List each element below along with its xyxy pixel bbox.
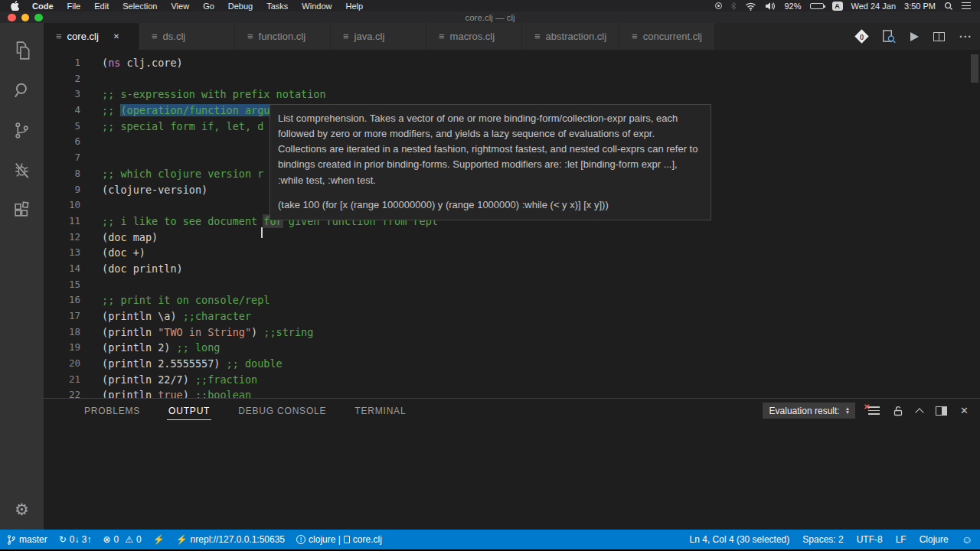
editor-tab-bar: ≡core.clj✕≡ds.clj≡function.clj≡java.clj≡…: [44, 23, 980, 50]
encoding-indicator[interactable]: UTF-8: [857, 534, 883, 545]
more-actions-icon[interactable]: ···: [959, 31, 972, 43]
bluetooth-icon[interactable]: [730, 2, 737, 11]
code-line-20[interactable]: 20(println 2.5555557) ;; double: [44, 356, 980, 372]
code-line-1[interactable]: 1(ns clj.core): [44, 55, 980, 71]
line-number: 7: [44, 150, 80, 166]
run-icon[interactable]: [910, 32, 919, 41]
search-icon[interactable]: [0, 70, 44, 110]
panel-tab-terminal[interactable]: TERMINAL: [353, 401, 407, 420]
nrepl-indicator[interactable]: ⚡ nrepl://127.0.0.1:50635: [176, 534, 285, 545]
close-tab-icon[interactable]: ✕: [113, 32, 119, 41]
close-window-button[interactable]: [8, 14, 16, 22]
menu-item-view[interactable]: View: [164, 2, 196, 11]
panel-tab-debug-console[interactable]: DEBUG CONSOLE: [237, 401, 328, 420]
code-line-22[interactable]: 22(println true) ;;boolean: [44, 387, 980, 398]
code-segment: (: [102, 57, 108, 69]
code-line-18[interactable]: 18(println "TWO in String") ;;string: [44, 324, 980, 341]
menu-item-window[interactable]: Window: [295, 2, 338, 11]
menu-item-go[interactable]: Go: [196, 2, 221, 11]
indentation-indicator[interactable]: Spaces: 2: [802, 534, 843, 545]
problems-indicator[interactable]: ⊗ 0 ⚠ 0: [103, 534, 141, 545]
code-segment: (: [102, 246, 108, 259]
code-segment: println): [127, 262, 183, 275]
open-preview-icon[interactable]: [881, 29, 896, 44]
debug-icon[interactable]: [0, 150, 44, 190]
menu-item-selection[interactable]: Selection: [116, 2, 164, 11]
menu-item-edit[interactable]: Edit: [87, 2, 116, 11]
cursor-position-indicator[interactable]: Ln 4, Col 4 (30 selected): [690, 534, 790, 545]
code-segment: ): [251, 326, 263, 338]
menu-item-help[interactable]: Help: [338, 2, 370, 11]
spotlight-icon[interactable]: [944, 2, 953, 11]
code-text: ;; special form if, let, d: [102, 119, 263, 135]
code-line-2[interactable]: 2: [44, 71, 980, 87]
clear-output-icon[interactable]: ✕: [868, 406, 880, 416]
menu-item-debug[interactable]: Debug: [221, 2, 260, 11]
menu-item-code[interactable]: Code: [25, 2, 60, 11]
code-line-15[interactable]: 15: [44, 277, 980, 293]
sync-indicator[interactable]: ↻ 0↓ 3↑: [59, 534, 92, 545]
extensions-icon[interactable]: [0, 190, 44, 230]
clojure-file-icon: ≡: [56, 31, 62, 42]
menu-item-file[interactable]: File: [60, 2, 88, 11]
editor-tab-macros.clj[interactable]: ≡macros.clj: [426, 23, 522, 50]
panel-layout-icon[interactable]: [936, 406, 947, 416]
git-branch-indicator[interactable]: master: [7, 534, 47, 546]
editor-tab-core.clj[interactable]: ≡core.clj✕: [44, 23, 139, 50]
editor-tab-function.clj[interactable]: ≡function.clj: [235, 23, 331, 50]
dropdown-arrows-icon: ▲▼: [845, 407, 850, 414]
apple-menu-icon[interactable]: [0, 1, 25, 11]
tab-label: core.clj: [67, 31, 99, 42]
editor-tab-abstraction.clj[interactable]: ≡abstraction.clj: [522, 23, 619, 50]
code-segment: (: [102, 231, 108, 243]
code-segment: ;; which clojure version r: [102, 168, 263, 180]
code-line-17[interactable]: 17(println \a) ;;character: [44, 308, 980, 324]
notification-center-icon[interactable]: [962, 2, 971, 9]
code-line-16[interactable]: 16;; print it on console/repl: [44, 292, 980, 308]
menubar-date[interactable]: Wed 24 Jan: [851, 2, 897, 11]
clojure-eval-icon[interactable]: (): [854, 29, 868, 43]
activity-bar: ⚙: [0, 23, 44, 530]
code-line-3[interactable]: 3;; s-expression with prefix notation: [44, 86, 980, 103]
source-control-icon[interactable]: [0, 110, 44, 150]
line-number: 17: [44, 308, 80, 324]
menubar-time[interactable]: 3:50 PM: [904, 2, 936, 11]
wifi-icon[interactable]: [745, 2, 756, 11]
language-mode-indicator[interactable]: Clojure: [920, 534, 949, 545]
code-editor[interactable]: 1(ns clj.core)23;; s-expression with pre…: [44, 50, 980, 398]
zoom-window-button[interactable]: [34, 14, 43, 22]
explorer-icon[interactable]: [0, 31, 44, 70]
code-line-12[interactable]: 12(doc map): [44, 230, 980, 246]
feedback-smiley-icon[interactable]: ☺: [962, 533, 972, 546]
line-number: 11: [44, 214, 80, 230]
code-line-13[interactable]: 13(doc +): [44, 245, 980, 261]
code-line-21[interactable]: 21(println 22/7) ;;fraction: [44, 372, 980, 388]
settings-gear-icon[interactable]: ⚙: [0, 500, 44, 519]
maximize-panel-icon[interactable]: [915, 408, 923, 416]
volume-icon[interactable]: [765, 2, 776, 11]
code-text: (clojure-version): [102, 182, 207, 198]
editor-tab-java.clj[interactable]: ≡java.clj: [331, 23, 426, 50]
panel-tab-problems[interactable]: PROBLEMS: [83, 401, 142, 420]
code-segment: ;; double: [227, 357, 283, 370]
code-line-19[interactable]: 19(println 2) ;; long: [44, 340, 980, 356]
input-source-icon[interactable]: A: [832, 2, 843, 11]
calva-jack-in-indicator[interactable]: ⚡: [153, 534, 165, 545]
clojure-file-indicator[interactable]: ! clojure | core.clj: [296, 534, 382, 545]
battery-percent: 92%: [784, 2, 801, 11]
minimize-window-button[interactable]: [21, 14, 30, 22]
split-editor-icon[interactable]: [933, 32, 945, 41]
eol-indicator[interactable]: LF: [896, 534, 906, 545]
code-line-14[interactable]: 14(doc println): [44, 261, 980, 277]
editor-scrollbar-thumb[interactable]: [971, 54, 978, 83]
code-segment: ;;character: [183, 310, 251, 322]
unlock-icon[interactable]: [893, 406, 903, 416]
output-channel-dropdown[interactable]: Evaluation result: ▲▼: [763, 403, 856, 419]
editor-tab-ds.clj[interactable]: ≡ds.clj: [139, 23, 235, 50]
macos-menu-bar: CodeFileEditSelectionViewGoDebugTasksWin…: [0, 0, 980, 11]
menu-item-tasks[interactable]: Tasks: [260, 2, 295, 11]
close-panel-icon[interactable]: ✕: [960, 405, 969, 416]
editor-tab-concurrent.clj[interactable]: ≡concurrent.clj: [619, 23, 715, 50]
screen-record-icon[interactable]: [715, 2, 722, 9]
panel-tab-output[interactable]: OUTPUT: [167, 401, 211, 420]
